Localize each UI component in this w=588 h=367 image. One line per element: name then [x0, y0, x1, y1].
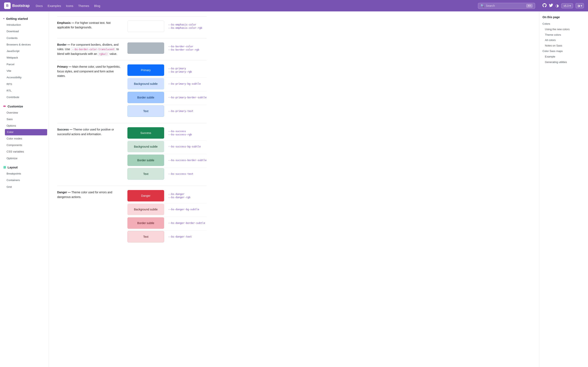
sidebar-item-grid[interactable]: Grid: [0, 184, 49, 190]
sidebar-item-contents[interactable]: Contents: [0, 35, 49, 42]
primary-title: Primary —: [57, 65, 71, 68]
border-desc: Border — For component borders, dividers…: [57, 42, 122, 56]
color-row-success: Success --bs-success --bs-success-rgb: [127, 127, 207, 141]
toc: On this page Colors Using the new colors…: [539, 11, 588, 367]
color-row-danger-text: Text --bs-danger-text: [127, 231, 207, 244]
sidebar-item-parcel[interactable]: Parcel: [0, 61, 49, 68]
swatch-primary-text-label: Text: [143, 109, 148, 113]
color-var: --bs-primary-rgb: [168, 70, 192, 73]
version-button[interactable]: v5.3 ▾: [561, 3, 573, 8]
toc-theme-colors[interactable]: Theme colors: [543, 32, 585, 38]
sidebar-item-javascript[interactable]: JavaScript: [0, 48, 49, 54]
swatch-danger-label: Danger: [141, 194, 150, 197]
primary-desc: Primary — Main theme color, used for hyp…: [57, 64, 122, 119]
sidebar-item-vite[interactable]: Vite: [0, 68, 49, 74]
nav-icons[interactable]: Icons: [64, 3, 75, 9]
swatch-danger-border-subtle: Border subtle: [127, 217, 164, 229]
mode-toggle[interactable]: ◑: [555, 3, 559, 8]
emphasis-swatches: --bs-emphasis-color --bs-emphasis-color-…: [127, 21, 207, 34]
sidebar-item-color[interactable]: Color: [5, 129, 47, 135]
sidebar-item-color-modes[interactable]: Color modes: [0, 135, 49, 142]
sidebar-item-breakpoints[interactable]: Breakpoints: [0, 170, 49, 177]
sidebar-item-rtl[interactable]: RTL: [0, 87, 49, 94]
toc-example[interactable]: Example: [543, 54, 585, 59]
toc-generating-utilities[interactable]: Generating utilities: [543, 59, 585, 65]
toc-notes-on-sass[interactable]: Notes on Sass: [543, 43, 585, 49]
page-layout: ▪ Getting started Introduction Download …: [0, 11, 588, 367]
color-var: --bs-emphasis-color: [168, 23, 202, 26]
border-title: Border —: [57, 43, 70, 46]
sidebar-item-overview[interactable]: Overview: [0, 109, 49, 116]
success-main-vars: --bs-success --bs-success-rgb: [168, 130, 192, 136]
brand-label: Bootstrap: [12, 4, 30, 8]
color-var: --bs-danger-bg-subtle: [168, 208, 199, 211]
twitter-link[interactable]: [549, 3, 553, 8]
theme-button[interactable]: ◑ ▾: [576, 3, 584, 8]
nav-examples[interactable]: Examples: [45, 3, 63, 9]
toc-using-new-colors[interactable]: Using the new colors: [543, 27, 585, 32]
brand-link[interactable]: B Bootstrap: [4, 2, 30, 9]
sidebar-item-download[interactable]: Download: [0, 28, 49, 35]
theme-icon: ◑: [577, 4, 580, 7]
swatch-primary-text: Text: [127, 105, 164, 117]
sidebar-item-accessibility[interactable]: Accessibility: [0, 74, 49, 81]
color-row-primary-text: Text --bs-primary-text: [127, 105, 207, 118]
sidebar-item-contribute[interactable]: Contribute: [0, 94, 49, 100]
color-var: --bs-success-bg-subtle: [168, 145, 201, 148]
navbar: B Bootstrap Docs Examples Icons Themes B…: [0, 0, 588, 11]
swatch-primary: Primary: [127, 64, 164, 76]
swatch-success: Success: [127, 127, 164, 139]
sidebar-item-optimize[interactable]: Optimize: [0, 155, 49, 162]
color-row-primary-bg-subtle: Background subtle --bs-primary-bg-subtle: [127, 78, 207, 91]
sidebar-customize-title: ✏ Customize: [0, 103, 49, 109]
swatch-danger: Danger: [127, 190, 164, 201]
primary-main-vars: --bs-primary --bs-primary-rgb: [168, 67, 192, 73]
search-input[interactable]: [486, 4, 525, 7]
toc-color-sass-maps[interactable]: Color Sass maps: [543, 49, 585, 54]
nav-blog[interactable]: Blog: [92, 3, 102, 9]
color-row-danger: Danger --bs-danger --bs-danger-rgb: [127, 190, 207, 203]
swatch-danger-text-label: Text: [143, 235, 148, 238]
sidebar-item-browsers[interactable]: Browsers & devices: [0, 42, 49, 48]
brand-icon: B: [4, 2, 11, 9]
color-var: --bs-danger-border-subtle: [168, 222, 205, 225]
danger-desc: Danger — Theme color used for errors and…: [57, 190, 122, 244]
sidebar-getting-started-label: Getting started: [6, 17, 28, 20]
color-section-primary: Primary — Main theme color, used for hyp…: [57, 60, 207, 123]
color-var: --bs-success-text: [168, 173, 193, 175]
toc-colors[interactable]: Colors: [543, 21, 585, 27]
success-border-subtle-vars: --bs-success-border-subtle: [168, 159, 207, 162]
navbar-right: ◑ v5.3 ▾ ◑ ▾: [543, 3, 584, 8]
swatch-success-border-subtle: Border subtle: [127, 155, 164, 166]
swatch-success-border-subtle-label: Border subtle: [137, 159, 154, 162]
swatch-primary-border-subtle: Border subtle: [127, 92, 164, 103]
swatch-success-label: Success: [140, 131, 151, 134]
color-var: --bs-danger-rgb: [168, 196, 190, 199]
danger-border-subtle-vars: --bs-danger-border-subtle: [168, 222, 205, 225]
sidebar-item-rfs[interactable]: RFS: [0, 81, 49, 87]
github-link[interactable]: [543, 3, 546, 8]
nav-themes[interactable]: Themes: [76, 3, 91, 9]
color-var: --bs-primary: [168, 67, 192, 70]
sidebar-customize-label: Customize: [8, 105, 23, 108]
primary-swatches: Primary --bs-primary --bs-primary-rgb Ba…: [127, 64, 207, 119]
success-text-vars: --bs-success-text: [168, 173, 193, 175]
nav-docs[interactable]: Docs: [34, 3, 45, 9]
sidebar-item-introduction[interactable]: Introduction: [0, 22, 49, 28]
getting-started-icon: ▪: [3, 17, 4, 20]
emphasis-title: Emphasis —: [57, 21, 74, 25]
swatch-danger-text: Text: [127, 231, 164, 242]
toc-all-colors[interactable]: All colors: [543, 38, 585, 43]
sidebar-item-components[interactable]: Components: [0, 142, 49, 149]
sidebar-item-sass[interactable]: Sass: [0, 116, 49, 123]
emphasis-desc: Emphasis — For higher contrast text. Not…: [57, 21, 122, 34]
sidebar-item-options[interactable]: Options: [0, 123, 49, 129]
color-section-emphasis: Emphasis — For higher contrast text. Not…: [57, 16, 207, 38]
color-var: --bs-primary-border-subtle: [168, 96, 207, 99]
sidebar-item-containers[interactable]: Containers: [0, 177, 49, 184]
color-var: --bs-danger-text: [168, 235, 192, 238]
color-var: --bs-primary-bg-subtle: [168, 82, 201, 85]
sidebar-item-webpack[interactable]: Webpack: [0, 54, 49, 61]
border-vars: --bs-border-color --bs-border-color-rgb: [168, 45, 199, 51]
sidebar-item-css-variables[interactable]: CSS variables: [0, 149, 49, 155]
